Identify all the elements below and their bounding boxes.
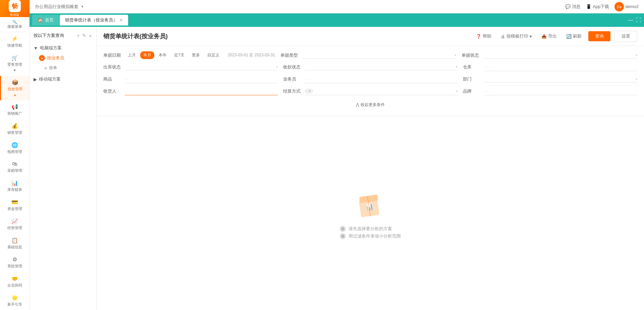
product-dots-icon[interactable]: ··· <box>125 76 130 82</box>
help-btn[interactable]: ❓ 帮助 <box>473 32 494 41</box>
collapse-bar[interactable]: ⋀ 收起更多条件 <box>103 99 637 110</box>
warehouse-label: 仓库 <box>463 64 482 70</box>
scheme-group-mobile-expand-icon: ▶ <box>34 77 37 82</box>
tab-maximize-icon[interactable]: ⛶ <box>636 17 641 23</box>
date-btn-custom[interactable]: 自定义 <box>204 51 222 59</box>
query-button[interactable]: 查询 <box>588 31 610 41</box>
sidebar-item-enterprise[interactable]: 🤝 企业协同 <box>0 272 29 291</box>
tab-sales-label: 销货单统计表（按业务员） <box>65 17 117 23</box>
wholesale-icon: 📦 <box>12 79 18 86</box>
phone-icon: 📱 <box>586 4 591 9</box>
sidebar-item-inventory[interactable]: 📊 库存核算 <box>0 176 29 196</box>
tabbar: 🏠 首页 销货单统计表（按业务员） ✕ — ⛶ <box>30 13 644 27</box>
refresh-label: 刷新 <box>573 33 582 39</box>
payment-status-select[interactable]: ▾ <box>305 64 458 70</box>
date-btn-this-year[interactable]: 本年 <box>156 51 170 59</box>
refresh-btn[interactable]: 🔄 刷新 <box>564 32 584 41</box>
filter-area: 单据日期 上月 本月 本年 近7天 更多 自定义 2023-03-01 至 20… <box>97 46 644 116</box>
scheme-group-mobile: ▶ 移动端方案 <box>30 74 96 84</box>
product-label: 商品 <box>103 76 122 82</box>
filter-salesperson-field: 业务员 ··· <box>283 75 458 83</box>
sidebar-item-finance[interactable]: 💳 资金管理 <box>0 196 29 215</box>
system-label: 系统管理 <box>7 264 22 269</box>
wholesale-label: 批发管理 <box>8 87 22 92</box>
quick-nav-icon: ⚡ <box>11 36 18 42</box>
scheme-sub-item-order[interactable]: ≡ 按单 <box>30 63 96 73</box>
message-btn[interactable]: 💬 消息 <box>565 4 581 10</box>
settlement-select[interactable]: × ▾ <box>305 87 458 95</box>
collapse-up-icon: ⋀ <box>356 102 359 107</box>
doc-type-select[interactable]: ▾ <box>302 52 456 59</box>
date-btn-this-month[interactable]: 本月 <box>140 51 154 59</box>
sidebar-item-wholesale[interactable]: 📦 批发管理 ▴ <box>0 76 29 100</box>
salesperson-dots-icon[interactable]: ··· <box>305 76 310 82</box>
date-btn-last7[interactable]: 近7天 <box>171 51 187 59</box>
inventory-label: 库存核算 <box>7 187 22 192</box>
app-download-btn[interactable]: 📱 App下载 <box>586 4 609 10</box>
tab-minimize-icon[interactable]: — <box>628 17 633 23</box>
brand-dots-icon[interactable]: ··· <box>484 89 490 94</box>
sales-label: 销售管理 <box>7 130 22 135</box>
sidebar-item-sales[interactable]: 💰 销售管理 <box>0 119 29 139</box>
receiver-dots-icon[interactable]: ··· <box>125 89 130 94</box>
content-area: 按以下方案查询 + ✎ « ▼ 电脑端方案 ● 按业务员 ≡ 按 <box>30 27 644 310</box>
retail-icon: 🛒 <box>11 55 18 61</box>
marketing-icon: 📢 <box>11 104 18 110</box>
empty-hints: ① 请先选择要分析的方案 ② 用过滤条件来缩小分析范围 <box>340 224 401 241</box>
tab-home[interactable]: 🏠 首页 <box>32 15 59 25</box>
enterprise-icon: 🤝 <box>11 275 18 282</box>
sidebar-item-ecommerce[interactable]: 🌐 电商管理 <box>0 139 29 158</box>
settlement-tag[interactable]: × <box>305 89 313 94</box>
logo-subtitle: 标准版 <box>10 13 19 17</box>
search-icon: 🔍 <box>0 20 29 24</box>
print-icon: 🖨 <box>501 34 505 39</box>
scheme-edit-icon[interactable]: ✎ <box>82 32 87 39</box>
sidebar-item-system[interactable]: ⚙ 系统管理 <box>0 253 29 272</box>
sidebar-item-purchase[interactable]: 🛍 采购管理 <box>0 158 29 176</box>
sidebar-item-marketing[interactable]: 📢 营销推广 <box>0 100 29 119</box>
scheme-group-mobile-header[interactable]: ▶ 移动端方案 <box>30 74 96 84</box>
print-label: 按模板打印 <box>506 33 528 39</box>
brand-select[interactable]: ··· <box>484 87 637 95</box>
date-btn-last-month[interactable]: 上月 <box>125 51 139 59</box>
out-status-select[interactable]: ▾ <box>125 64 278 70</box>
sidebar-item-newcomer[interactable]: 🌟 新手引导 <box>0 291 29 310</box>
export-btn[interactable]: 📤 导出 <box>539 32 559 41</box>
export-label: 导出 <box>548 33 557 39</box>
product-select[interactable]: ··· <box>125 75 278 83</box>
operation-label: 经营管理 <box>7 225 22 230</box>
tab-sales-stat[interactable]: 销货单统计表（按业务员） ✕ <box>60 15 128 25</box>
receiver-select[interactable]: ··· <box>125 87 278 95</box>
doc-status-select[interactable]: ▾ <box>483 52 637 59</box>
scheme-item-sales-person[interactable]: ● 按业务员 <box>30 53 96 63</box>
user-profile-btn[interactable]: Ea demo2 <box>614 2 639 11</box>
sidebar-item-basic[interactable]: 📋 基础信息 <box>0 234 29 253</box>
date-btn-more[interactable]: 更多 <box>189 51 203 59</box>
purchase-label: 采购管理 <box>7 168 22 173</box>
settlement-close-icon[interactable]: × <box>309 89 311 93</box>
print-btn[interactable]: 🖨 按模板打印 ▾ <box>498 32 535 41</box>
sidebar-search[interactable]: 🔍 搜索菜单 <box>0 17 29 32</box>
scheme-add-icon[interactable]: + <box>76 32 80 39</box>
workspace-dropdown-icon[interactable]: ▾ <box>81 4 84 9</box>
hint-2-text: 用过滤条件来缩小分析范围 <box>348 233 401 239</box>
salesperson-select[interactable]: ··· <box>305 75 458 83</box>
warehouse-dots-icon[interactable]: ··· <box>484 64 490 69</box>
retail-label: 零售管理 <box>7 62 22 67</box>
sidebar-item-quick-nav[interactable]: ⚡ 快捷导航 <box>0 32 29 51</box>
tab-close-icon[interactable]: ✕ <box>119 18 123 22</box>
scheme-sub-order-icon: ≡ <box>44 65 47 71</box>
settings-button[interactable]: 设置 <box>614 31 637 42</box>
warehouse-select[interactable]: ··· <box>484 63 637 71</box>
sidebar-item-retail[interactable]: 🛒 零售管理 ▾ <box>0 51 29 76</box>
finance-icon: 💳 <box>11 199 18 205</box>
system-icon: ⚙ <box>12 256 17 263</box>
app-logo: 畅 标准版 <box>0 0 30 17</box>
ecommerce-label: 电商管理 <box>7 149 22 154</box>
settlement-arrow-icon: ▾ <box>456 89 458 93</box>
scheme-group-pc-header[interactable]: ▼ 电脑端方案 <box>30 43 96 53</box>
main-area: 办公用品行业模拟账套 ▾ 💬 消息 📱 App下载 Ea demo2 🏠 首页 <box>30 0 644 310</box>
department-select[interactable]: ▾ <box>484 76 637 83</box>
sidebar-item-operation[interactable]: 📈 经营管理 <box>0 215 29 234</box>
scheme-collapse-icon[interactable]: « <box>88 32 92 39</box>
